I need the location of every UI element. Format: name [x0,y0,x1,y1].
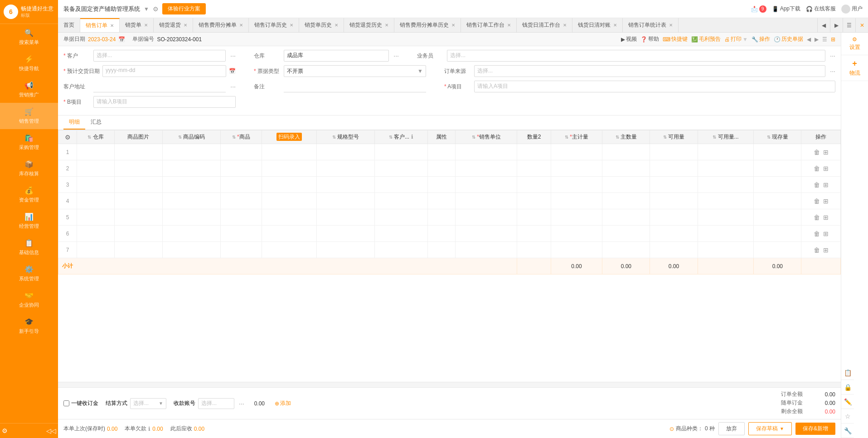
row-2-spec[interactable] [317,160,374,177]
sidebar-item-经营管理[interactable]: 📊经营管理 [0,208,58,234]
row-3-main-unit[interactable] [551,177,602,193]
row-2-attr[interactable] [427,160,456,177]
row-7-copy-btn[interactable]: ⊞ [822,245,829,255]
online-service-button[interactable]: 🎧 在线客服 [806,5,836,13]
col-spec-header[interactable]: ⇅ 规格型号 [317,130,374,144]
row-2-unit[interactable] [456,160,517,177]
row-2-stock[interactable] [754,160,801,177]
right-icon-lock[interactable]: 🔒 [841,380,854,395]
remark-input[interactable] [284,81,426,92]
row-2-customer-code[interactable] [374,160,427,177]
address-input[interactable] [93,81,226,92]
invoice-type-select[interactable]: 不开票 ▼ [284,65,426,77]
tab-fee-history-close[interactable]: ✕ [451,23,455,28]
col-available2-header[interactable]: ⇅ 可用量... [698,130,754,144]
row-7-code[interactable] [163,242,220,258]
sidebar-item-企业协同[interactable]: 🤝企业协同 [0,287,58,313]
row-7-warehouse[interactable] [77,242,115,258]
delivery-date-input[interactable]: yyyy-mm-dd [102,65,226,77]
row-7-spec[interactable] [317,242,374,258]
calendar-icon[interactable]: 📅 [118,36,125,43]
tab-close-all-button[interactable]: ✕ [855,18,868,33]
print-button[interactable]: 🖨 打印 ▼ [724,35,748,43]
row-5-main-qty[interactable] [602,209,650,226]
tab-stats-close[interactable]: ✕ [669,23,673,28]
row-6-unit[interactable] [456,226,517,242]
row-7-attr[interactable] [427,242,456,258]
save-draft-button[interactable]: 保存草稿 ▼ [748,422,792,435]
row-6-delete-btn[interactable]: 🗑 [813,229,821,238]
operations-button[interactable]: 🔧 操作 [752,35,770,43]
row-5-product[interactable] [220,209,262,226]
row-6-attr[interactable] [427,226,456,242]
row-1-main-unit[interactable] [551,144,602,160]
row-3-copy-btn[interactable]: ⊞ [822,180,829,189]
tab-invoice-history[interactable]: 销货单历史 ✕ [299,18,344,33]
tab-stats[interactable]: 销售订单统计表 ✕ [623,18,679,33]
row-5-main-unit[interactable] [551,209,602,226]
settings-icon[interactable]: ⚙ [2,427,8,434]
row-4-warehouse[interactable] [77,193,115,209]
row-3-product[interactable] [220,177,262,193]
quick-collect-checkbox[interactable]: 一键收订金 [63,399,98,407]
row-7-main-qty[interactable] [602,242,650,258]
row-3-customer-code[interactable] [374,177,427,193]
row-4-attr[interactable] [427,193,456,209]
row-2-qty2[interactable] [517,160,551,177]
row-6-warehouse[interactable] [77,226,115,242]
row-1-available2[interactable] [698,144,754,160]
tab-sales-order-close[interactable]: ✕ [110,23,114,28]
warehouse-input[interactable]: 成品库 [284,50,389,62]
row-3-code[interactable] [163,177,220,193]
date-value[interactable]: 2023-03-24 [88,36,116,43]
row-1-qty2[interactable] [517,144,551,160]
customer-dots[interactable]: ··· [230,52,236,59]
row-5-available[interactable] [650,209,698,226]
row-4-stock[interactable] [754,193,801,209]
tab-invoice-history-close[interactable]: ✕ [335,23,338,28]
row-5-delete-btn[interactable]: 🗑 [813,213,821,222]
col-product-header[interactable]: ⇅ *商品 [220,130,262,144]
row-1-attr[interactable] [427,144,456,160]
row-3-stock[interactable] [754,177,801,193]
row-5-spec[interactable] [317,209,374,226]
right-icon-clipboard[interactable]: 📋 [841,366,854,380]
tab-sales-order[interactable]: 销售订单 ✕ [80,18,120,33]
tab-fee-history[interactable]: 销售费用分摊单历史 ✕ [394,18,461,33]
row-4-delete-btn[interactable]: 🗑 [813,197,821,206]
app-download-button[interactable]: 📱 App下载 [772,5,800,13]
b-project-input[interactable]: 请输入B项目 [93,96,236,108]
row-6-qty2[interactable] [517,226,551,242]
row-6-stock[interactable] [754,226,801,242]
row-5-customer-code[interactable] [374,209,427,226]
history-button[interactable]: 🕐 历史单据 [774,35,803,43]
save-new-button[interactable]: 保存&新增 [795,423,835,435]
row-6-main-unit[interactable] [551,226,602,242]
tab-sales-invoice[interactable]: 销货单 ✕ [120,18,154,33]
system-dropdown-icon[interactable]: ▼ [144,6,149,12]
address-dots[interactable]: ··· [230,83,236,90]
col-settings-icon[interactable]: ⚙ [65,134,71,141]
row-4-qty2[interactable] [517,193,551,209]
right-icon-star[interactable]: ☆ [841,409,854,424]
row-7-unit[interactable] [456,242,517,258]
payment-method-select[interactable]: 选择... ▼ [130,398,166,409]
tab-detail[interactable]: 明细 [63,116,85,130]
row-5-code[interactable] [163,209,220,226]
add-button[interactable]: ⊕ 添加 [275,399,291,407]
row-2-available[interactable] [650,160,698,177]
order-num-value[interactable]: SO-20230324-001 [157,36,202,43]
a-project-input[interactable]: 请输入A项目 [474,81,835,92]
row-1-unit[interactable] [456,144,517,160]
row-5-attr[interactable] [427,209,456,226]
row-3-qty2[interactable] [517,177,551,193]
row-4-available[interactable] [650,193,698,209]
tab-sales-fee[interactable]: 销售费用分摊单 ✕ [193,18,249,33]
tab-reconcile-close[interactable]: ✕ [613,23,617,28]
row-4-main-qty[interactable] [602,193,650,209]
order-source-input[interactable]: 选择... [474,65,825,77]
tab-sales-history-close[interactable]: ✕ [290,23,293,28]
row-4-main-unit[interactable] [551,193,602,209]
sidebar-item-快捷导航[interactable]: ⚡快捷导航 [0,50,58,77]
row-2-main-unit[interactable] [551,160,602,177]
